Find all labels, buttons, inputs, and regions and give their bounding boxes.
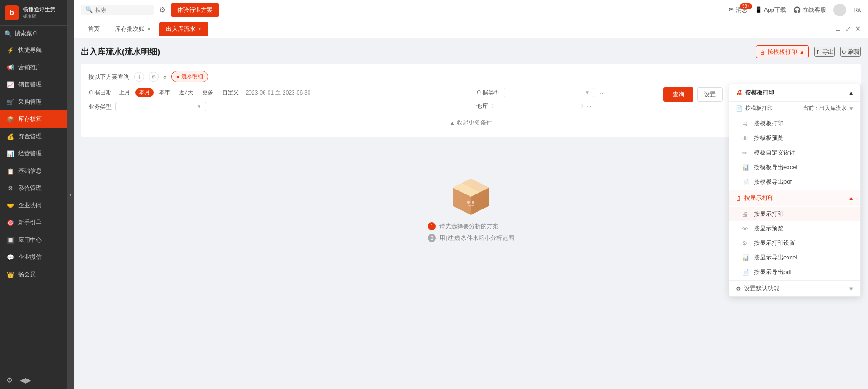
- online-service-button[interactable]: 🎧 在线客服: [793, 6, 826, 14]
- more-options-icon[interactable]: ···: [598, 89, 604, 96]
- filter-collapse-button[interactable]: «: [163, 73, 167, 80]
- date-opt-last-month[interactable]: 上月: [115, 88, 134, 97]
- sidebar-item-marketing[interactable]: 📢营销推广: [0, 59, 67, 76]
- preview-icon: 👁: [742, 135, 749, 142]
- display-export-excel-item[interactable]: 📊 按显示导出excel: [729, 250, 860, 265]
- sidebar-nav: ⚡快捷导航📢营销推广📈销售管理🛒采购管理📦库存核算💰资金管理📊经营管理📋基础信息…: [0, 41, 67, 371]
- sidebar-item-system[interactable]: ⚙系统管理: [0, 180, 67, 197]
- settings-icon: ⚙: [742, 240, 749, 247]
- template-print-button[interactable]: 🖨 按模板打印 ▲: [756, 45, 809, 58]
- date-opt-this-year[interactable]: 本年: [155, 88, 174, 97]
- template-export-pdf-item[interactable]: 📄 按模板导出pdf: [729, 175, 860, 189]
- dropdown-header: 🖨 按模板打印 ▲: [729, 84, 860, 102]
- tab-batch-account-close[interactable]: ×: [147, 26, 150, 32]
- doc-type-select[interactable]: ▼: [504, 88, 594, 97]
- display-print-section-header[interactable]: 🖨 按显示打印 ▲: [729, 190, 860, 206]
- collapse-sidebar-icon[interactable]: ◀▶: [20, 376, 31, 384]
- minimize-icon[interactable]: 🗕: [834, 25, 842, 33]
- topbar-gear-icon[interactable]: ⚙: [159, 5, 165, 14]
- sidebar-item-quick-nav[interactable]: ⚡快捷导航: [0, 41, 67, 59]
- tab-flow-close[interactable]: ×: [198, 26, 201, 32]
- filter-tag-item[interactable]: ● 流水明细: [171, 71, 208, 82]
- sidebar-item-vip[interactable]: 👑畅会员: [0, 266, 67, 283]
- settings-button[interactable]: 设置: [697, 87, 723, 102]
- print-icon: 🖨: [742, 120, 749, 127]
- date-opt-this-month[interactable]: 本月: [135, 88, 154, 97]
- display-preview-item[interactable]: 👁 按显示预览: [729, 221, 860, 236]
- warehouse-select[interactable]: [492, 104, 583, 108]
- app-name: 畅捷通好生意 标准版: [23, 6, 55, 20]
- search-input[interactable]: [95, 7, 149, 13]
- filter-add-button[interactable]: +: [134, 72, 144, 82]
- printer-icon: 🖨: [760, 49, 766, 55]
- sidebar-item-inventory[interactable]: 📦库存核算: [0, 110, 67, 128]
- sidebar-search[interactable]: 🔍 搜索菜单: [0, 26, 67, 41]
- date-opt-custom[interactable]: 自定义: [219, 88, 242, 97]
- search-icon: 🔍: [85, 6, 93, 13]
- user-avatar[interactable]: [833, 4, 846, 16]
- app-logo-icon: b: [5, 5, 19, 20]
- maximize-icon[interactable]: ⤢: [845, 25, 851, 33]
- biz-type-select[interactable]: ▼: [115, 102, 206, 111]
- topbar-search-box[interactable]: 🔍: [81, 5, 154, 15]
- date-filter-label: 单据日期: [88, 89, 112, 97]
- page-title: 出入库流水(流水明细): [81, 46, 160, 57]
- export-button[interactable]: ⬆ 导出: [814, 47, 835, 57]
- template-export-excel-item[interactable]: 📊 按模板导出excel: [729, 160, 860, 175]
- date-filter-item: 单据日期 上月 本月 本年 近7天 更多 自定义 2023-06-01 至 20…: [88, 88, 465, 97]
- sidebar-item-operations[interactable]: 📊经营管理: [0, 145, 67, 162]
- marketing-icon: 📢: [6, 63, 15, 71]
- message-badge: 99+: [740, 3, 752, 9]
- sidebar-item-sales[interactable]: 📈销售管理: [0, 76, 67, 93]
- chevron-up-icon[interactable]: ▲: [848, 90, 854, 96]
- dropdown-footer[interactable]: ⚙ 设置默认功能 ▼: [729, 281, 860, 296]
- sidebar-scroll[interactable]: ▼: [67, 0, 74, 389]
- sidebar-item-guide[interactable]: 🎯新手引导: [0, 214, 67, 231]
- refresh-button[interactable]: ↻ 刷新: [840, 47, 861, 57]
- trial-button[interactable]: 体验行业方案: [171, 3, 219, 17]
- sidebar-item-basics[interactable]: 📋基础信息: [0, 162, 67, 180]
- messages-button[interactable]: ✉ 消息 99+: [729, 6, 748, 14]
- tab-home[interactable]: 首页: [81, 22, 106, 36]
- filter-header: 按以下方案查询 + ⚙ « ● 流水明细: [88, 71, 853, 82]
- template-print-item[interactable]: 🖨 按模板打印: [729, 116, 860, 131]
- sidebar-item-purchase[interactable]: 🛒采购管理: [0, 93, 67, 110]
- sidebar-logo: b 畅捷通好生意 标准版: [0, 0, 67, 26]
- step-2: 2 用[过滤]条件来缩小分析范围: [428, 232, 514, 244]
- template-print-section: 🖨 按模板打印 👁 按模板预览 ✏ 模板自定义设计 📊 按模板导出excel: [729, 115, 860, 190]
- display-print-item[interactable]: 🖨 按显示打印: [729, 207, 860, 221]
- inventory-icon: 📦: [6, 115, 15, 123]
- date-options: 上月 本月 本年 近7天 更多 自定义: [115, 88, 242, 97]
- window-controls: 🗕 ⤢ ✕: [834, 25, 861, 33]
- warehouse-more-icon[interactable]: ···: [586, 102, 592, 110]
- headset-icon: 🎧: [793, 6, 801, 13]
- template-icon: 📄: [736, 105, 743, 112]
- sidebar-item-wechat[interactable]: 💬企业微信: [0, 249, 67, 266]
- date-opt-7days[interactable]: 近7天: [175, 88, 197, 97]
- filter-settings-button[interactable]: ⚙: [149, 72, 159, 82]
- collapse-icon: ▲: [449, 120, 455, 126]
- date-opt-more[interactable]: 更多: [199, 88, 217, 97]
- template-preview-item[interactable]: 👁 按模板预览: [729, 131, 860, 145]
- sidebar-item-apps[interactable]: 🔲应用中心: [0, 231, 67, 249]
- tab-flow[interactable]: 出入库流水 ×: [159, 22, 208, 36]
- close-icon[interactable]: ✕: [855, 25, 861, 33]
- query-button[interactable]: 查询: [663, 87, 693, 102]
- pdf-icon: 📄: [742, 179, 749, 185]
- display-print-settings-item[interactable]: ⚙ 按显示打印设置: [729, 236, 860, 250]
- display-print-icon: 🖨: [736, 195, 742, 202]
- page-header: 出入库流水(流水明细) 🖨 按模板打印 ▲ ⬆ 导出 ↻ 刷新: [81, 45, 861, 58]
- sidebar-footer: ⚙ ◀▶: [0, 371, 67, 389]
- display-print-items: 🖨 按显示打印 👁 按显示预览 ⚙ 按显示打印设置 📊 按显示导出excel: [729, 206, 860, 280]
- sidebar-item-finance[interactable]: 💰资金管理: [0, 128, 67, 145]
- template-custom-item[interactable]: ✏ 模板自定义设计: [729, 145, 860, 160]
- page-content: 出入库流水(流水明细) 🖨 按模板打印 ▲ ⬆ 导出 ↻ 刷新: [74, 38, 868, 389]
- message-icon: ✉: [729, 6, 734, 13]
- step-1-num: 1: [428, 222, 436, 230]
- chevron-down-icon: ▼: [848, 105, 854, 112]
- sidebar-item-enterprise[interactable]: 🤝企业协同: [0, 197, 67, 214]
- display-export-pdf-item[interactable]: 📄 按显示导出pdf: [729, 265, 860, 279]
- app-download-button[interactable]: 📱 App下载: [755, 6, 786, 14]
- settings-icon[interactable]: ⚙: [6, 376, 13, 384]
- tab-batch-account[interactable]: 库存批次账 ×: [108, 22, 157, 36]
